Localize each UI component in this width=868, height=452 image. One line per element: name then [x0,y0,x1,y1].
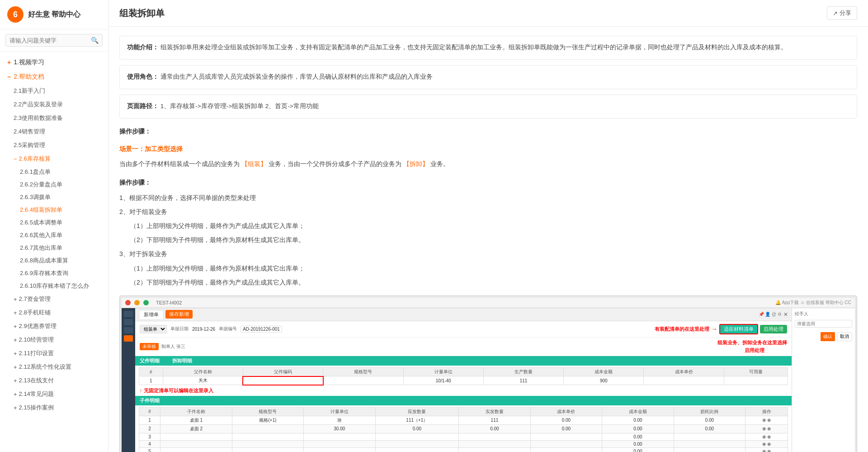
nav-list: + 1.视频学习 − 2.帮助文档 2.1新手入门 2.2产品安装及登录 2.3… [0,52,108,452]
sidebar-item-2-2[interactable]: 2.2产品安装及登录 [0,98,108,111]
intro-label: 功能介绍： [127,44,159,51]
mock-status-badge: 未审核 [140,343,159,350]
main-area: 组装拆卸单 ↗ 分享 功能介绍： 组装拆卸单用来处理企业组装或拆卸等加工业务，支… [108,0,868,452]
window-min-icon [134,300,140,305]
col-qty: 生产数量 [483,367,563,376]
col-num: # [139,367,163,376]
sidebar-item-1[interactable]: + 1.视频学习 [0,55,108,70]
role-label: 使用角色： [127,73,159,80]
label-zuozhuang: 【组装】 [241,160,267,167]
mock-bill-value: AD-20191226-001 [241,326,282,333]
sidebar-item-2-10[interactable]: + 2.10经营管理 [0,333,108,347]
scenario1-desc: 当由多个子件材料组装成一个成品的业务为 【组装】 业务，当由一个父件拆分成多个子… [119,158,857,170]
step2: 2、对于组装业务 [119,206,857,218]
path-block: 页面路径： 1、库存核算->库存管理->组装拆卸单 2、首页->常用功能 [119,95,857,119]
sidebar: 6 好生意 帮助中心 🔍 + 1.视频学习 − 2.帮助文档 2.1新手入门 2… [0,0,108,452]
sidebar-item-2-5[interactable]: 2.5采购管理 [0,138,108,152]
step3: 3、对于拆装业务 [119,248,857,260]
content-area: 功能介绍： 组装拆卸单用来处理企业组装或拆卸等加工业务，支持有固定装配清单的产品… [108,27,868,452]
col-parent-name: 父件名称 [163,367,243,376]
minus-icon-2-6: − [14,156,17,162]
mock-sidebar-btn2 [124,319,133,325]
lower-table-row-4: 4 0.00 ⊕ ⊗ [139,440,788,447]
annotation-biztype: 组装业务、拆卸业务在这里选择 [717,339,787,346]
sidebar-item-2-6-4[interactable]: 2.6.4组装拆卸单 [0,204,108,216]
annotation-enable: 启用处理 [745,347,764,354]
mock-type-select[interactable]: 组装单 拆卸单 [140,325,167,333]
plus-icon-2-11: + [14,350,17,357]
plus-icon-2-9: + [14,323,17,330]
sidebar-item-2-6-3[interactable]: 2.6.3调拨单 [0,191,108,204]
step2-sub2: （2）下部明细为子件明细，最终作为原材料生成其它出库单。 [130,234,857,246]
sidebar-item-2-13[interactable]: + 2.13在线支付 [0,374,108,387]
sidebar-item-2-4[interactable]: 2.4销售管理 [0,125,108,138]
lower-table-row-1: 1 桌面 1 规格(+1) 块 111（+1） 111 0.00 0.00 0. [139,416,788,424]
sidebar-item-2-9[interactable]: + 2.9优惠券管理 [0,319,108,333]
mock-confirm-btn[interactable]: 确认 [821,332,835,341]
content-body: 操作步骤： 场景一：加工类型选择 当由多个子件材料组装成一个成品的业务为 【组装… [119,126,857,288]
sidebar-item-2-15[interactable]: + 2.15操作案例 [0,401,108,414]
col-parent-code: 父件编码 [243,367,323,376]
mock-sub-info: 制单人 张三 [161,343,185,350]
sidebar-item-2-6-8[interactable]: 2.6.8商品成本重算 [0,254,108,267]
plus-icon-2-15: + [14,404,17,411]
intro-block: 功能介绍： 组装拆卸单用来处理企业组装或拆卸等加工业务，支持有固定装配清单的产品… [119,36,857,60]
scenario1-heading: 场景一：加工类型选择 [119,143,857,155]
mock-btn-save[interactable]: 保存新增 [165,310,193,319]
role-text: 通常由生产人员或库管人员完成拆装业务的操作，库管人员确认原材料的出库和产成品的入… [160,73,433,80]
mock-person-input[interactable] [795,320,852,328]
col-unit: 计量单位 [403,367,483,376]
sidebar-item-2-6-9[interactable]: 2.6.9库存账本查询 [0,267,108,280]
sidebar-item-2-6-2[interactable]: 2.6.2分量盘点单 [0,178,108,191]
sidebar-item-2-6-1[interactable]: 2.6.1盘点单 [0,166,108,178]
page-title: 组装拆卸单 [119,7,165,19]
sidebar-item-2-3[interactable]: 2.3使用前数据准备 [0,111,108,125]
sidebar-item-2[interactable]: − 2.帮助文档 [0,70,108,84]
mock-enable-btn[interactable]: 启用处理 [760,325,787,333]
screenshot-icons: 🔔 App下载 ☺ 在线客服 帮助中心 CC [775,300,851,306]
step3-sub1: （1）上部明细为父件明细，最终作为原材料生成其它出库单； [130,263,857,274]
logo-text: 好生意 帮助中心 [28,10,80,19]
share-button[interactable]: ↗ 分享 [827,6,857,20]
search-box[interactable]: 🔍 [5,34,103,47]
mock-lower-table: # 子件名称 规格型号 计量单位 应发数量 实发数量 成本单价 成本金额 损耗比 [139,407,788,452]
window-close-icon [125,300,131,305]
plus-icon-2-10: + [14,337,17,343]
sidebar-item-2-6-6[interactable]: 2.6.6其他入库单 [0,229,108,242]
mock-apply-bom-btn[interactable]: 适应材料清单 [719,324,758,334]
col-cost-price: 成本单价 [644,367,724,376]
sidebar-item-2-6-5[interactable]: 2.6.5成本调整单 [0,216,108,229]
sidebar-item-2-6-7[interactable]: 2.6.7其他出库单 [0,242,108,254]
sidebar-item-2-1[interactable]: 2.1新手入门 [0,84,108,98]
minus-icon-2: − [7,73,11,81]
steps-heading: 操作步骤： [119,126,857,137]
col-cost-amt: 成本金额 [564,367,644,376]
sidebar-item-2-6-10[interactable]: 2.6.10库存账本错了怎么办 [0,280,108,292]
sidebar-item-2-14[interactable]: + 2.14常见问题 [0,387,108,401]
window-max-icon [143,300,149,305]
plus-icon-2-12: + [14,364,17,371]
sidebar-item-2-8[interactable]: + 2.8手机旺铺 [0,306,108,319]
mock-sidebar-btn1 [124,311,133,317]
sidebar-item-2-6[interactable]: − 2.6库存核算 [0,152,108,166]
sidebar-item-2-11[interactable]: + 2.11打印设置 [0,347,108,360]
annotation-free-edit: ↑ 无固定清单可以编辑在这里录入 [140,388,213,393]
share-icon: ↗ [833,10,838,17]
mock-section-header: 父件明细 拆卸明细 [135,356,792,366]
sidebar-item-2-12[interactable]: + 2.12系统个性化设置 [0,360,108,374]
mock-lower-section-header: 子件明细 [135,396,792,405]
plus-icon-2-8: + [14,309,17,316]
mock-icons-right: 📌 👤 @ ⚙ [759,312,782,317]
plus-icon-2-14: + [14,391,17,398]
mock-close-btn[interactable]: ✕ [783,311,788,318]
mock-sidebar-btn3 [124,327,133,333]
table-row-1: 1 关木 10/1-40 111 900 [139,376,788,385]
search-input[interactable] [9,37,91,44]
path-label: 页面路径： [127,103,159,109]
annotation-process: 有装配清单的在这里处理 [655,326,709,333]
label-chaixie: 【拆卸】 [403,160,429,167]
mock-cancel-btn[interactable]: 取消 [837,332,852,341]
sidebar-item-2-7[interactable]: + 2.7资金管理 [0,292,108,306]
lower-table-row-2: 2 桌面 2 30.00 0.00 0.00 0.00 0.00 0.00 [139,424,788,433]
mock-date-label: 单据日期 [170,326,189,332]
